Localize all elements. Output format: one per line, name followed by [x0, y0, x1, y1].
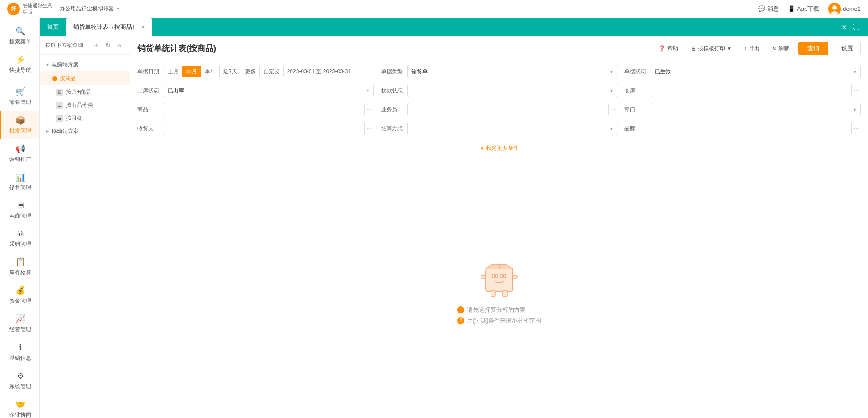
app-download-button[interactable]: 📱 App下载: [788, 5, 819, 13]
ecommerce-icon: 🖥: [16, 201, 24, 210]
sidebar-item-marketing[interactable]: 📢 营销推广: [0, 139, 39, 168]
tree-item-by-month-product[interactable]: ⊞ 按月+商品: [40, 86, 130, 99]
step1-num: 1: [457, 306, 464, 314]
goods-more-icon[interactable]: ···: [365, 106, 374, 113]
goods-label: 商品: [137, 106, 160, 114]
empty-step-1: 1 请先选择要分析的方案: [457, 306, 526, 314]
add-scheme-button[interactable]: ＋: [92, 41, 101, 50]
tab-sales-report[interactable]: 销货单统计表（按商品） ✕: [66, 18, 152, 36]
collapse-icon: ∧: [480, 145, 484, 152]
sales-icon: 📊: [15, 172, 25, 182]
settings-button[interactable]: 设置: [834, 42, 861, 55]
warehouse-input[interactable]: [651, 84, 852, 97]
filter-row-3: 商品 ··· 业务员 ···: [137, 103, 861, 116]
tree-area: ▼ 电脑端方案 按商品 ⊞ 按月+商品 ☰ 按: [40, 55, 130, 418]
help-button[interactable]: ❓ 帮助: [655, 43, 682, 54]
chevron-down-icon: ▼: [116, 6, 120, 11]
brand-select-wrapper: ···: [651, 122, 861, 135]
department-label: 部门: [624, 106, 647, 114]
sidebar-item-quick-nav[interactable]: ⚡ 快捷导航: [0, 50, 39, 79]
settlement-label: 结算方式: [381, 125, 404, 133]
tab-home[interactable]: 首页: [40, 18, 66, 36]
tab-maximize-icon[interactable]: ⛶: [850, 23, 863, 31]
tab-close-icon[interactable]: ✕: [141, 24, 145, 30]
marketing-icon: 📢: [15, 144, 25, 154]
settlement-input[interactable]: [407, 122, 618, 135]
goods-input[interactable]: [164, 103, 365, 116]
doc-type-input[interactable]: [407, 65, 618, 78]
sidebar-item-finance[interactable]: 💰 资金管理: [0, 281, 39, 309]
collapse-panel-button[interactable]: «: [115, 41, 124, 50]
tree-item-by-product[interactable]: 按商品: [40, 71, 130, 86]
sidebar-item-sales[interactable]: 📊 销售管理: [0, 168, 39, 196]
sidebar-item-basic[interactable]: ℹ 基础信息: [0, 338, 39, 366]
top-header: 好 畅捷通好生意 标版 办公用品行业模拟账套 ▼ 💬 消息 📱 App下载 de…: [0, 0, 868, 18]
sidebar-item-system[interactable]: ⚙ 系统管理: [0, 366, 39, 395]
sidebar-item-retail[interactable]: 🛒 零售管理: [0, 82, 39, 111]
sidebar-item-wholesale[interactable]: 📦 批发管理: [0, 111, 39, 139]
doc-type-label: 单据类型: [381, 68, 404, 76]
logo-text: 畅捷通好生意 标版: [23, 3, 52, 14]
date-tab-7days[interactable]: 近7天: [219, 66, 241, 77]
refresh-button[interactable]: ↻ 刷新: [769, 43, 793, 54]
salesperson-input[interactable]: [407, 103, 609, 116]
brand-input[interactable]: [651, 122, 852, 135]
sidebar-item-operations[interactable]: 📈 经营管理: [0, 309, 39, 338]
panel-actions: ＋ ↻ «: [92, 41, 124, 50]
date-tab-last-month[interactable]: 上月: [164, 66, 183, 77]
export-button[interactable]: ↑ 导出: [741, 43, 763, 54]
tree-group-mobile-header[interactable]: ▼ 移动端方案: [40, 125, 130, 138]
receiver-input[interactable]: [164, 122, 365, 135]
refresh-scheme-button[interactable]: ↻: [104, 41, 113, 50]
header-left: 好 畅捷通好生意 标版 办公用品行业模拟账套 ▼: [7, 3, 124, 15]
date-tabs: 上月 本月 本年 近7天 更多 自定义: [164, 66, 283, 77]
quick-nav-icon: ⚡: [15, 55, 25, 65]
warehouse-more-icon[interactable]: ···: [852, 87, 861, 94]
date-tab-more[interactable]: 更多: [241, 66, 260, 77]
page-actions: ❓ 帮助 🖨 按模板打印 ▼ ↑ 导出 ↻: [655, 42, 861, 55]
tree-group-mobile: ▼ 移动端方案: [40, 125, 130, 138]
sidebar-item-ecommerce[interactable]: 🖥 电商管理: [0, 196, 39, 224]
tree-item-by-machine[interactable]: ☰ 按司机: [40, 112, 130, 125]
date-label: 单据日期: [137, 68, 160, 76]
company-selector[interactable]: 办公用品行业模拟账套 ▼: [56, 3, 124, 14]
date-tab-this-month[interactable]: 本月: [182, 66, 201, 77]
sidebar-item-inventory[interactable]: 📋 库存核算: [0, 252, 39, 281]
left-panel-header: 按以下方案查询 ＋ ↻ «: [40, 36, 130, 55]
user-menu[interactable]: demo2: [828, 3, 861, 15]
empty-step-2: 2 用[过滤]条件来缩小分析范围: [457, 317, 541, 325]
retail-icon: 🛒: [15, 87, 25, 97]
print-button[interactable]: 🖨 按模板打印 ▼: [687, 43, 735, 54]
main-layout: 🔍 搜索菜单 ⚡ 快捷导航 🛒 零售管理 📦 批发管理 📢 营销推广 📊 销售管…: [0, 18, 868, 418]
sidebar-item-search[interactable]: 🔍 搜索菜单: [0, 22, 39, 50]
date-tab-custom[interactable]: 自定义: [259, 66, 284, 77]
payment-input[interactable]: [407, 84, 618, 97]
salesperson-field: 业务员 ···: [381, 103, 618, 116]
enterprise-icon: 🤝: [15, 399, 25, 409]
page-title-bar: 销货单统计表(按商品) ❓ 帮助 🖨 按模板打印 ▼ ↑: [130, 36, 868, 59]
refresh-icon: ↻: [772, 45, 777, 52]
tree-collapsed-icon: ▼: [45, 129, 50, 134]
query-button[interactable]: 查询: [798, 42, 828, 55]
receiver-more-icon[interactable]: ···: [365, 125, 374, 132]
page-content: 按以下方案查询 ＋ ↻ « ▼ 电脑端方案: [40, 36, 868, 418]
tree-group-desktop-header[interactable]: ▼ 电脑端方案: [40, 58, 130, 71]
doc-status-input[interactable]: [651, 65, 861, 78]
out-status-input[interactable]: [164, 84, 374, 97]
brand-more-icon[interactable]: ···: [852, 125, 861, 132]
department-field: 部门 ▼: [624, 103, 861, 116]
tree-item-by-category[interactable]: ☰ 按商品分类: [40, 99, 130, 112]
message-button[interactable]: 💬 消息: [758, 5, 779, 13]
date-tab-this-year[interactable]: 本年: [201, 66, 220, 77]
department-input[interactable]: [651, 103, 861, 116]
sidebar-item-enterprise[interactable]: 🤝 企业协同: [0, 395, 39, 418]
tab-close-all-icon[interactable]: ✕: [839, 23, 850, 32]
grid-icon: ⊞: [56, 89, 63, 96]
date-field: 单据日期 上月 本月 本年 近7天 更多 自定义 20: [137, 66, 374, 77]
salesperson-more-icon[interactable]: ···: [609, 106, 618, 113]
collapse-filters-button[interactable]: ∧ 收起更多条件: [137, 141, 861, 156]
logo-area: 好 畅捷通好生意 标版: [7, 3, 52, 15]
sidebar-item-purchase[interactable]: 🛍 采购管理: [0, 224, 39, 252]
svg-point-8: [502, 275, 505, 277]
message-icon: 💬: [758, 5, 765, 12]
